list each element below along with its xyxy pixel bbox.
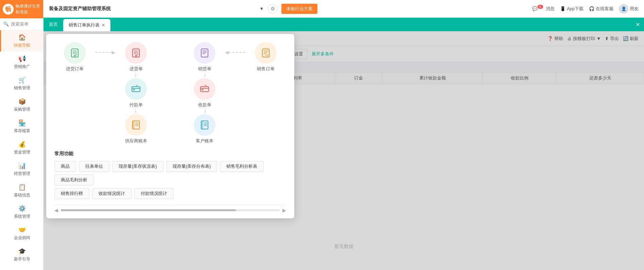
header-actions: 💬 6 消息 📱 App下载 🎧 在线客服 👤 用友 bbox=[532, 4, 639, 14]
common-btn-payment-stats[interactable]: 付款情况统计 bbox=[134, 188, 174, 199]
sidebar-item-label: 营销推广 bbox=[14, 64, 30, 70]
svg-rect-28 bbox=[202, 89, 204, 90]
modal-overlay[interactable]: 进货订单 ▶ 进货单 bbox=[43, 31, 644, 270]
arrow-bill-to-payment: ↓ bbox=[134, 72, 137, 78]
sidebar-item-purchase[interactable]: 📦 采购管理 bbox=[0, 94, 43, 116]
flow-node-supplier-ledger[interactable]: 供应商账本 bbox=[116, 114, 156, 144]
supplier-ledger-icon bbox=[125, 114, 147, 136]
search-icon: 🔍 bbox=[3, 21, 9, 26]
marketing-icon: 📢 bbox=[18, 55, 26, 62]
sidebar-item-basic-info[interactable]: 📋 基础信息 bbox=[0, 180, 43, 201]
sidebar-item-label: 采购管理 bbox=[14, 107, 30, 112]
tab-home[interactable]: 首页 bbox=[43, 18, 63, 31]
scroll-right-btn[interactable]: ▶ bbox=[282, 208, 286, 213]
arrow-purchase-to-bill: ▶ bbox=[95, 50, 116, 55]
common-btn-sales-profit[interactable]: 销售毛利分析表 bbox=[220, 161, 264, 172]
online-service-action[interactable]: 🎧 在线客服 bbox=[589, 6, 613, 12]
common-btn-receipt-stats[interactable]: 收款情况统计 bbox=[92, 188, 132, 199]
online-service-label: 在线客服 bbox=[596, 6, 613, 12]
system-title-dropdown[interactable]: ▼ bbox=[259, 6, 264, 11]
flow-node-sales-order[interactable]: 销售订单 bbox=[245, 42, 286, 72]
sales-bill-icon bbox=[194, 42, 215, 64]
sidebar-item-label: 经营管理 bbox=[14, 171, 30, 177]
finance-icon: 💰 bbox=[18, 141, 26, 148]
modal-box: 进货订单 ▶ 进货单 bbox=[46, 34, 294, 218]
sidebar-item-system[interactable]: ⚙️ 系统管理 bbox=[0, 201, 43, 223]
system-icon: ⚙️ bbox=[18, 205, 26, 212]
common-functions-section: 常用功能 商品 往来单位 现存量(库存状况表) 现存量(库存分布表) 销售毛利分… bbox=[54, 151, 286, 199]
main-content: ❓ 帮助 🖨 按模板打印 ▼ ⬆ 导出 🔄 刷新 📅 ~ 📅 单据状态 bbox=[43, 31, 644, 270]
sales-order-icon bbox=[255, 42, 277, 64]
user-label: 用友 bbox=[630, 6, 639, 12]
tab-close-icon[interactable]: ✕ bbox=[102, 23, 105, 28]
common-btn-inventory-status[interactable]: 现存量(库存状况表) bbox=[112, 161, 163, 172]
sidebar-item-label: 新手引导 bbox=[14, 256, 30, 262]
user-action[interactable]: 👤 用友 bbox=[619, 4, 639, 14]
tab-close-all-btn[interactable]: ✕ bbox=[631, 18, 644, 31]
sidebar: 畅 畅康通好生意 标准版 🔍 搜索菜单 🏠 快捷导航 📢 营销推广 🛒 销售管理… bbox=[0, 0, 43, 270]
sidebar-item-operations[interactable]: 📊 经营管理 bbox=[0, 159, 43, 180]
tab-sales-order[interactable]: 销售订单执行表 ✕ bbox=[63, 19, 110, 31]
flow-node-sales-bill[interactable]: 销货单 bbox=[184, 42, 225, 72]
home-tab-label: 首页 bbox=[49, 21, 58, 28]
sidebar-item-newbie[interactable]: 🎓 新手引导 bbox=[0, 244, 43, 266]
common-buttons-group: 商品 往来单位 现存量(库存状况表) 现存量(库存分布表) 销售毛利分析表 商品… bbox=[54, 161, 286, 185]
receipt-label: 收款单 bbox=[198, 102, 211, 108]
arrow-sales-bill-to-receipt: ↓ bbox=[204, 72, 206, 78]
flow-node-purchase-bill[interactable]: 进货单 bbox=[116, 42, 156, 72]
scroll-thumb bbox=[61, 209, 236, 211]
sidebar-item-finance[interactable]: 💰 资金管理 bbox=[0, 137, 43, 159]
app-download-action[interactable]: 📱 App下载 bbox=[560, 6, 584, 12]
flow-node-purchase-order[interactable]: 进货订单 bbox=[54, 42, 95, 72]
sidebar-item-label: 系统管理 bbox=[14, 214, 30, 219]
search-menu[interactable]: 🔍 搜索菜单 bbox=[0, 18, 43, 30]
common-buttons-group-2: 销售排行榜 收款情况统计 付款情况统计 bbox=[54, 188, 286, 199]
operations-icon: 📊 bbox=[18, 162, 26, 169]
inventory-icon: 🏪 bbox=[18, 119, 26, 127]
common-btn-product[interactable]: 商品 bbox=[54, 161, 76, 172]
svg-rect-10 bbox=[133, 89, 135, 90]
common-btn-product-profit[interactable]: 商品毛利分析 bbox=[54, 175, 94, 185]
system-title: 装备及固定资产辅助管理系统 bbox=[49, 6, 255, 12]
sidebar-item-inventory[interactable]: 🏪 库存核算 bbox=[0, 116, 43, 137]
scroll-area: ◀ ▶ bbox=[54, 204, 286, 213]
supplier-ledger-label: 供应商账本 bbox=[125, 138, 147, 144]
arrow-sales-order-to-bill: ◀ bbox=[225, 50, 245, 55]
receipt-icon: ¥ bbox=[194, 78, 215, 100]
sidebar-item-marketing[interactable]: 📢 营销推广 bbox=[0, 52, 43, 73]
flow-node-customer-ledger[interactable]: 客户账本 bbox=[184, 114, 225, 144]
phone-icon: 📱 bbox=[560, 6, 565, 11]
sidebar-item-label: 企业协同 bbox=[14, 235, 30, 241]
svg-text:¥: ¥ bbox=[204, 84, 206, 87]
arrow-receipt-to-customer: ↓ bbox=[204, 108, 206, 114]
scroll-track[interactable] bbox=[61, 209, 280, 211]
settings-button[interactable]: ⚙ bbox=[268, 4, 277, 14]
sidebar-item-label: 资金管理 bbox=[14, 149, 30, 155]
sidebar-item-quick-nav[interactable]: 🏠 快捷导航 bbox=[0, 30, 43, 52]
avatar: 👤 bbox=[619, 4, 628, 14]
payment-label: 付款单 bbox=[129, 102, 143, 108]
purchase-order-label: 进货订单 bbox=[66, 66, 84, 72]
customer-ledger-label: 客户账本 bbox=[196, 138, 213, 144]
scroll-left-btn[interactable]: ◀ bbox=[54, 208, 58, 213]
svg-rect-25 bbox=[265, 54, 268, 56]
svg-rect-13 bbox=[133, 121, 135, 129]
purchase-order-icon bbox=[64, 42, 86, 64]
service-icon: 🎧 bbox=[589, 6, 594, 11]
flow-node-payment[interactable]: ¥ 付款单 bbox=[116, 78, 156, 108]
common-btn-sales-rank[interactable]: 销售排行榜 bbox=[54, 188, 89, 199]
quick-nav-icon: 🏠 bbox=[18, 34, 26, 41]
experience-btn[interactable]: 体验行业方案 bbox=[281, 4, 317, 14]
message-action[interactable]: 💬 6 消息 bbox=[532, 6, 555, 12]
common-functions-title: 常用功能 bbox=[54, 151, 286, 157]
common-btn-counterparty[interactable]: 往来单位 bbox=[79, 161, 109, 172]
common-btn-inventory-dist[interactable]: 现存量(库存分布表) bbox=[166, 161, 217, 172]
middle-arrows bbox=[156, 42, 184, 52]
sidebar-item-cooperation[interactable]: 🤝 企业协同 bbox=[0, 223, 43, 244]
sidebar-item-sales[interactable]: 🛒 销售管理 bbox=[0, 73, 43, 94]
logo-text: 畅康通好生意 标准版 bbox=[16, 3, 40, 15]
payment-icon: ¥ bbox=[125, 78, 147, 100]
flow-node-receipt[interactable]: ¥ 收款单 bbox=[184, 78, 225, 108]
search-menu-label: 搜索菜单 bbox=[11, 21, 29, 27]
app-download-label: App下载 bbox=[567, 6, 584, 12]
